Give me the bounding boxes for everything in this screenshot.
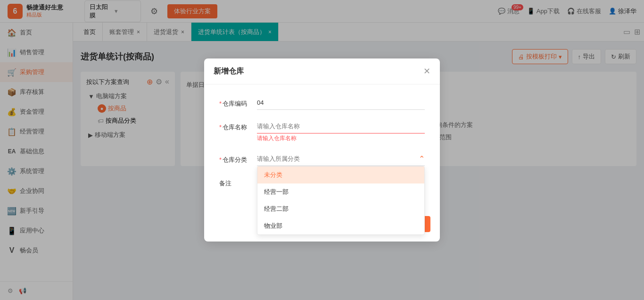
form-row-code: 仓库编码 [219, 96, 425, 110]
dropdown-item-unclassified[interactable]: 未分类 [257, 167, 424, 183]
modal-overlay[interactable]: 新增仓库 ✕ 仓库编码 仓库名称 请输入仓库名称 仓库分类 [0, 0, 644, 300]
form-row-name: 仓库名称 请输入仓库名称 [219, 119, 425, 142]
modal-body: 仓库编码 仓库名称 请输入仓库名称 仓库分类 ⌃ [204, 84, 440, 210]
code-input[interactable] [257, 96, 425, 110]
modal-title: 新增仓库 [214, 67, 423, 76]
dropdown-item-dept3[interactable]: 物业部 [257, 217, 424, 234]
dropdown-item-dept1[interactable]: 经营一部 [257, 183, 424, 200]
category-dropdown-list: 未分类 经营一部 经营二部 物业部 [257, 166, 425, 235]
modal-close-button[interactable]: ✕ [423, 66, 430, 76]
name-label: 仓库名称 [219, 119, 257, 132]
remark-label: 备注 [219, 175, 257, 188]
name-field: 请输入仓库名称 [257, 119, 425, 142]
category-input-row: ⌃ [257, 152, 425, 166]
name-input[interactable] [257, 119, 425, 133]
category-input[interactable] [257, 152, 419, 166]
category-field: ⌃ 未分类 经营一部 经营二部 物业部 [257, 152, 425, 166]
name-error-tip: 请输入仓库名称 [257, 134, 425, 142]
dropdown-item-dept2[interactable]: 经营二部 [257, 200, 424, 217]
new-warehouse-modal: 新增仓库 ✕ 仓库编码 仓库名称 请输入仓库名称 仓库分类 [204, 58, 440, 242]
dropdown-up-icon[interactable]: ⌃ [419, 154, 425, 163]
code-label: 仓库编码 [219, 96, 257, 108]
modal-header: 新增仓库 ✕ [204, 58, 440, 84]
code-field [257, 96, 425, 110]
form-row-category: 仓库分类 ⌃ 未分类 经营一部 经营二部 物业部 [219, 152, 425, 166]
category-label: 仓库分类 [219, 152, 257, 164]
